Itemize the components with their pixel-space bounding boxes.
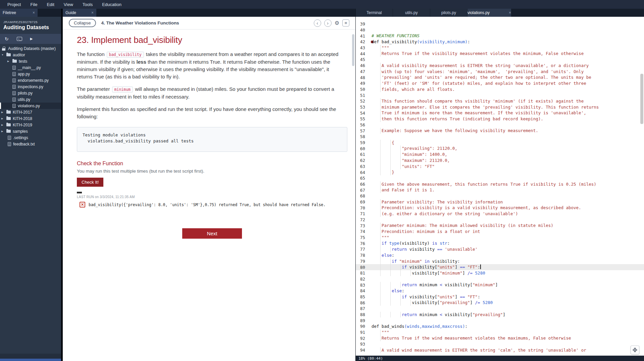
code-line-77[interactable]: 77 return visibility == 'unavailable' [356,246,644,252]
code-line-82[interactable]: 82 [356,276,644,282]
tree-item-feedback-txt[interactable]: feedback.txt [0,141,61,147]
code-line-53[interactable]: 53 minimum parameter. Else it compares t… [356,104,644,110]
menu-item-file[interactable]: File [30,2,37,7]
chevron-down-icon[interactable]: ▼ [1,54,4,56]
code-line-50[interactable]: 50 fields, which are all floats. [356,86,644,93]
chevron-right-icon[interactable]: ▶ [1,124,4,126]
code-line-62[interactable]: 62 "maximum": 21120.0, [356,158,644,164]
code-line-47[interactable]: 47 with (up to) four values: 'minimum', … [356,69,644,75]
tree-item-auditor[interactable]: ▼auditor [0,52,61,58]
tree-item-app-py[interactable]: app.py [0,71,61,77]
code-line-65[interactable]: 65 [356,175,644,181]
code-line-69[interactable]: 69 Parameter visibility: The visibility … [356,199,644,205]
menu-icon[interactable]: ≡ [342,19,349,26]
menu-item-project[interactable]: Project [7,2,21,7]
code-line-49[interactable]: 49 'FT' (feet) or 'SM' for (statute) mil… [356,80,644,86]
tree-item-main-py[interactable]: __main__.py [0,64,61,71]
code-line-84[interactable]: 84 else: [356,288,644,294]
tree-item-auditing-datasets-master[interactable]: Auditing Datasets (master) [0,45,61,52]
close-icon[interactable]: × [509,10,511,15]
tree-item-violations-py[interactable]: violations.py [0,103,61,109]
tab-guide[interactable]: Guide × [63,9,96,17]
code-line-58[interactable]: 58 [356,134,644,140]
menu-item-edit[interactable]: Edit [47,2,54,7]
code-line-41[interactable]: 41# WEATHER FUNCTIONS [356,33,644,39]
code-line-51[interactable]: 51 [356,92,644,98]
run-icon[interactable]: ▶ [30,37,33,41]
tree-item-kith-2018[interactable]: ▶KITH-2018 [0,115,61,122]
code-line-60[interactable]: 60 "prevailing": 21120.0, [356,145,644,152]
code-line-88[interactable]: 88 return minimum < visibility["prevaili… [356,312,644,318]
tree-item-kith-2017[interactable]: ▶KITH-2017 [0,109,61,115]
code-line-55[interactable]: 55 then this function returns True (indi… [356,116,644,122]
tab-filetree[interactable]: Filetree × [0,9,38,17]
next-button[interactable]: Next [182,228,242,239]
code-line-39[interactable]: 39 [356,21,644,27]
code-line-42[interactable]: 42def bad_visibility(visibility,minimum)… [356,39,644,45]
code-line-73[interactable]: 73 Parameter minimum: The minimum allowe… [356,223,644,229]
tab-violations-py[interactable]: violations.py× [467,9,511,17]
menu-item-tools[interactable]: Tools [83,2,93,7]
refresh-icon[interactable]: ↻ [5,37,9,41]
tree-item-pilots-py[interactable]: pilots.py [0,90,61,96]
console-icon[interactable]: >_ [17,37,22,41]
code-line-86[interactable]: 86 visibility["prevailing"] /= 5280 [356,300,644,306]
tree-item-samples[interactable]: ▶samples [0,128,61,134]
code-line-79[interactable]: 79 if "minimum" in visibility: [356,258,644,264]
code-line-59[interactable]: 59 { [356,140,644,146]
code-line-64[interactable]: 64 } [356,169,644,175]
code-line-93[interactable]: 93 [356,341,644,347]
gear-icon[interactable]: ⚙ [335,20,339,26]
code-line-74[interactable]: 74 Precondition: minimum is a float or i… [356,229,644,235]
menu-item-view[interactable]: View [64,2,73,7]
tree-item-kith-2019[interactable]: ▶KITH-2019 [0,122,61,128]
guide-scrollbar[interactable] [352,34,354,66]
chevron-right-icon[interactable]: ▶ [1,130,4,133]
code-line-46[interactable]: 46 A valid visibility measurement is EIT… [356,63,644,69]
code-line-70[interactable]: 70 Precondition: visibility is a valid v… [356,205,644,211]
code-line-43[interactable]: 43 """ [356,45,644,51]
next-page-button[interactable]: › [324,19,332,27]
code-line-90[interactable]: 90def bad_winds(winds,maxwind,maxcross): [356,323,644,329]
tab-utils-py[interactable]: utils.py [393,9,430,17]
code-line-56[interactable]: 56 [356,122,644,128]
collapse-button[interactable]: Collapse [69,19,96,27]
tree-item-endorsements-py[interactable]: endorsements.py [0,77,61,83]
code-line-63[interactable]: 63 "units": "FT" [356,164,644,170]
code-line-72[interactable]: 72 [356,217,644,223]
code-line-83[interactable]: 83 return minimum < visibility["minimum"… [356,282,644,288]
code-line-76[interactable]: 76 if type(visibility) is str: [356,240,644,246]
code-line-40[interactable]: 40 [356,27,644,33]
close-icon[interactable]: × [33,10,35,15]
code-line-92[interactable]: 92 Returns True if the wind measurement … [356,335,644,341]
tree-item-settings[interactable]: .settings [0,134,61,141]
code-line-66[interactable]: 66 Given the above measurement, this fun… [356,181,644,187]
code-line-44[interactable]: 44 Returns True if the visibility measur… [356,51,644,57]
code-line-78[interactable]: 78 else: [356,252,644,258]
code-line-75[interactable]: 75 """ [356,235,644,241]
tree-item-tests[interactable]: ▶tests [0,58,61,64]
tree-item-utils-py[interactable]: utils.py [0,96,61,103]
chevron-right-icon[interactable]: ▶ [1,117,4,120]
check-it-button[interactable]: Check It! [77,178,103,187]
code-line-80[interactable]: 80 if visibility["units"] == "FT": [356,264,644,270]
code-line-45[interactable]: 45 [356,57,644,63]
code-editor[interactable]: 394041# WEATHER FUNCTIONS42def bad_visib… [356,17,644,356]
code-line-57[interactable]: 57 Example: Suppose we have the followin… [356,128,644,134]
code-line-52[interactable]: 52 This function should compare ths visi… [356,98,644,104]
tab-terminal[interactable]: Terminal [356,9,393,17]
code-line-85[interactable]: 85 if visibility["units"] == "FT": [356,294,644,300]
sidebar-scrollbar[interactable] [0,359,61,361]
code-line-91[interactable]: 91 """ [356,329,644,336]
code-line-71[interactable]: 71 (e.g. either a dictionary or the stri… [356,211,644,217]
menu-item-education[interactable]: Education [102,2,121,7]
code-line-87[interactable]: 87 [356,306,644,312]
tree-item-inspections-py[interactable]: inspections.py [0,83,61,90]
code-line-89[interactable]: 89 [356,317,644,323]
code-line-68[interactable]: 68 [356,193,644,199]
code-line-54[interactable]: 54 True if minimum is more than the meas… [356,110,644,116]
code-line-81[interactable]: 81 visibility["minimum"] /= 5280 [356,270,644,276]
chevron-right-icon[interactable]: ▶ [1,111,4,114]
close-icon[interactable]: × [91,10,94,15]
code-line-48[interactable]: 48 'prevailing' and 'units' are required… [356,74,644,80]
